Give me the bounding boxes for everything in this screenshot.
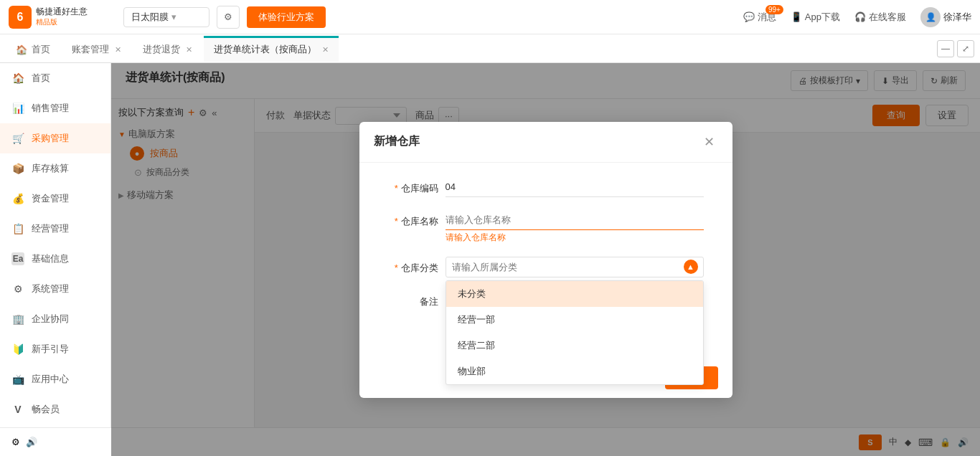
bottom-left: ⚙ 🔊 [11,437,37,447]
warehouse-name-label: 仓库名称 [388,210,438,228]
store-selector[interactable]: 日太阳膜 ▾ [123,7,209,27]
sidebar-item-purchase[interactable]: 🛒 采购管理 [0,123,110,153]
category-dropdown: 未分类 经营一部 经营二部 物业部 [446,280,704,385]
sidebar-item-app-center[interactable]: 📺 应用中心 [0,364,110,394]
inventory-icon: 📦 [11,162,24,175]
sidebar-item-member[interactable]: V 畅会员 [0,394,110,424]
form-row-code: 仓库编码 [388,177,704,197]
warehouse-name-wrapper: 请输入仓库名称 [446,210,704,244]
management-icon: 📋 [11,222,24,235]
sidebar-home-label: 首页 [32,72,50,85]
tab-stats-label: 进货单统计表（按商品） [214,43,316,56]
settings-gear-button[interactable]: ⚙ [217,6,240,29]
tab-returns[interactable]: 进货退货 ✕ [133,36,202,62]
tab-returns-label: 进货退货 [143,43,180,56]
warehouse-name-input[interactable] [446,210,704,230]
sales-icon: 📊 [11,102,24,115]
store-arrow-icon: ▾ [171,11,176,22]
app-logo: 6 [9,6,32,29]
logo-area: 6 畅捷通好生意 精品版 [9,6,116,29]
dialog-body: 仓库编码 仓库名称 请输入仓库名称 [359,163,732,358]
username: 徐泽华 [943,11,971,24]
app-download-label: App下载 [805,11,840,24]
messages-button[interactable]: 💬 消息 99+ [743,11,776,24]
top-nav: 6 畅捷通好生意 精品版 日太阳膜 ▾ ⚙ 体验行业方案 💬 消息 99+ 📱 … [0,0,980,34]
sidebar-app-center-label: 应用中心 [32,373,69,386]
tab-returns-close[interactable]: ✕ [186,45,192,54]
company-name: 畅捷通好生意 [36,6,88,18]
bottom-speaker-icon[interactable]: 🔊 [26,437,37,447]
tab-bar: 🏠 首页 账套管理 ✕ 进货退货 ✕ 进货单统计表（按商品） ✕ — ⤢ [0,34,980,63]
warehouse-code-input[interactable] [446,177,704,197]
top-nav-right: 💬 消息 99+ 📱 App下载 🎧 在线客服 👤 徐泽华 [743,7,971,27]
category-wrapper: ▲ 未分类 经营一部 经营二部 物业部 [446,257,704,277]
gear-icon: ⚙ [224,11,232,22]
bottom-settings-icon[interactable]: ⚙ [11,437,20,447]
enterprise-icon: 🏢 [11,313,24,326]
tab-maximize-button[interactable]: ⤢ [957,40,974,57]
sidebar-item-inventory[interactable]: 📦 库存核算 [0,153,110,184]
tab-minimize-button[interactable]: — [937,40,954,57]
tab-stats-close[interactable]: ✕ [322,45,329,54]
sidebar-inventory-label: 库存核算 [32,162,69,175]
sidebar-finance-label: 资金管理 [32,192,69,205]
trial-button[interactable]: 体验行业方案 [247,6,326,28]
sidebar-purchase-label: 采购管理 [32,132,69,145]
sidebar-item-enterprise[interactable]: 🏢 企业协同 [0,304,110,334]
content-area: 进货单统计(按商品) 🖨 按模板打印 ▾ ⬇ 导出 ↻ 刷新 [111,63,980,456]
dialog-overlay: 新增仓库 ✕ 仓库编码 仓库名称 [111,63,980,456]
sidebar-item-management[interactable]: 📋 经营管理 [0,214,110,244]
phone-icon: 📱 [791,11,802,22]
sidebar-item-system[interactable]: ⚙ 系统管理 [0,274,110,304]
dropdown-item-0[interactable]: 未分类 [446,281,703,307]
remark-label: 备注 [388,290,438,308]
basic-info-icon: Ea [11,252,24,265]
home-sidebar-icon: 🏠 [11,72,24,85]
tab-home[interactable]: 🏠 首页 [6,36,60,62]
tab-stats[interactable]: 进货单统计表（按商品） ✕ [204,36,339,62]
online-service-button[interactable]: 🎧 在线客服 [854,11,906,24]
sidebar-item-sales[interactable]: 📊 销售管理 [0,93,110,123]
sidebar-basic-info-label: 基础信息 [32,252,69,265]
sidebar-item-basic-info[interactable]: Ea 基础信息 [0,244,110,274]
app-download-button[interactable]: 📱 App下载 [791,11,840,24]
sidebar-management-label: 经营管理 [32,222,69,235]
finance-icon: 💰 [11,192,24,205]
sidebar-system-label: 系统管理 [32,282,69,295]
new-warehouse-dialog: 新增仓库 ✕ 仓库编码 仓库名称 [359,122,732,398]
tab-accounts-close[interactable]: ✕ [115,45,121,54]
sidebar-enterprise-label: 企业协同 [32,313,69,326]
category-toggle-icon[interactable]: ▲ [684,260,698,274]
dropdown-item-2[interactable]: 经营二部 [446,333,703,358]
home-icon: 🏠 [16,44,27,55]
sidebar: 🏠 首页 📊 销售管理 🛒 采购管理 📦 库存核算 💰 资金管理 📋 经营管理 … [0,63,111,456]
online-service-label: 在线客服 [869,11,906,24]
member-icon: V [11,403,24,416]
dropdown-item-1[interactable]: 经营一部 [446,307,703,333]
warehouse-code-label: 仓库编码 [388,177,438,195]
form-row-category: 仓库分类 ▲ 未分类 经营一部 经营二部 物业部 [388,257,704,277]
category-label: 仓库分类 [388,257,438,275]
sidebar-item-finance[interactable]: 💰 资金管理 [0,184,110,214]
category-input[interactable] [446,257,704,277]
messages-badge: 99+ [765,5,783,14]
sidebar-item-guide[interactable]: 🔰 新手引导 [0,334,110,364]
avatar: 👤 [920,7,941,27]
main-layout: 🏠 首页 📊 销售管理 🛒 采购管理 📦 库存核算 💰 资金管理 📋 经营管理 … [0,63,980,456]
dropdown-item-3[interactable]: 物业部 [446,358,703,384]
system-icon: ⚙ [11,282,24,295]
user-area[interactable]: 👤 徐泽华 [920,7,971,27]
purchase-icon: 🛒 [11,132,24,145]
app-center-icon: 📺 [11,373,24,386]
message-icon: 💬 [743,11,755,22]
dialog-title: 新增仓库 [374,134,420,149]
edition-badge: 精品版 [36,17,88,27]
sidebar-guide-label: 新手引导 [32,343,69,356]
tab-accounts-label: 账套管理 [72,43,109,56]
sidebar-item-home[interactable]: 🏠 首页 [0,63,110,93]
form-row-name: 仓库名称 请输入仓库名称 [388,210,704,244]
tab-accounts[interactable]: 账套管理 ✕ [62,36,131,62]
guide-icon: 🔰 [11,343,24,356]
tab-home-label: 首页 [32,43,50,56]
dialog-close-button[interactable]: ✕ [701,133,718,151]
